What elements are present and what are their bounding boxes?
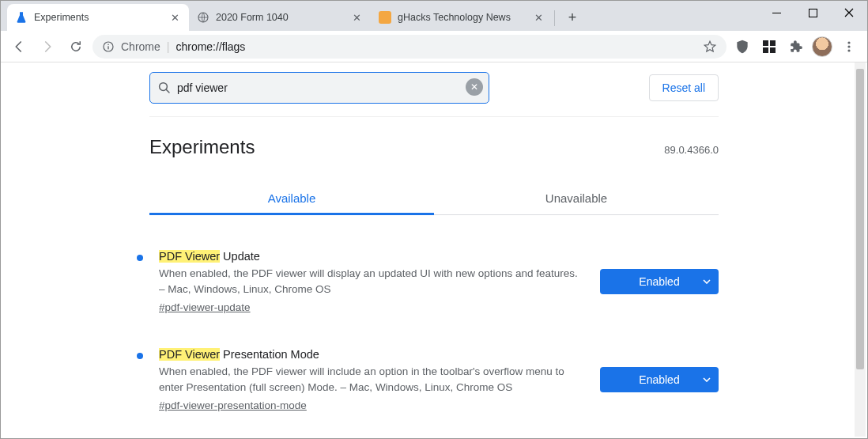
tab-strip: Experiments ✕ 2020 Form 1040 ✕ gHacks Te… xyxy=(1,1,867,31)
flag-title-highlight: PDF Viewer xyxy=(159,348,220,361)
flag-title-highlight: PDF Viewer xyxy=(159,250,220,263)
forward-button[interactable] xyxy=(36,35,59,59)
flag-item: PDF Viewer Presentation Mode When enable… xyxy=(149,348,719,411)
tab-title: gHacks Technology News xyxy=(398,12,532,23)
page-viewport: ✕ Reset all Experiments 89.0.4366.0 Avai… xyxy=(1,62,867,438)
url-separator: | xyxy=(167,40,170,53)
flag-anchor-link[interactable]: #pdf-viewer-presentation-mode xyxy=(159,399,307,411)
svg-rect-0 xyxy=(772,13,781,13)
reload-button[interactable] xyxy=(64,35,88,59)
svg-rect-3 xyxy=(379,11,391,24)
chevron-down-icon xyxy=(703,377,711,382)
close-window-button[interactable] xyxy=(831,1,867,25)
flag-description: When enabled, the PDF viewer will includ… xyxy=(159,364,584,395)
vertical-scrollbar[interactable] xyxy=(855,62,866,437)
tab-unavailable[interactable]: Unavailable xyxy=(434,180,719,215)
site-info-icon[interactable] xyxy=(102,40,115,53)
scrollbar-thumb[interactable] xyxy=(856,69,864,369)
profile-avatar[interactable] xyxy=(812,36,832,57)
ghacks-icon xyxy=(379,11,391,24)
chrome-version: 89.0.4366.0 xyxy=(664,144,719,156)
flag-item: PDF Viewer Update When enabled, the PDF … xyxy=(149,250,719,313)
bookmark-star-icon[interactable] xyxy=(703,40,717,54)
tab-title: Experiments xyxy=(34,12,168,23)
tab-title: 2020 Form 1040 xyxy=(216,12,350,23)
url-scheme: Chrome xyxy=(121,40,160,53)
flag-anchor-link[interactable]: #pdf-viewer-update xyxy=(159,301,251,313)
close-tab-icon[interactable]: ✕ xyxy=(168,11,181,24)
extensions-menu-icon[interactable] xyxy=(785,36,807,58)
extension-icon[interactable] xyxy=(758,36,780,58)
new-tab-button[interactable]: + xyxy=(561,6,583,28)
tab-available[interactable]: Available xyxy=(149,180,434,215)
maximize-button[interactable] xyxy=(794,1,831,25)
flag-state-label: Enabled xyxy=(639,275,679,288)
address-bar[interactable]: Chrome | chrome://flags xyxy=(92,35,726,59)
search-icon xyxy=(157,81,172,95)
svg-rect-6 xyxy=(108,46,108,49)
close-tab-icon[interactable]: ✕ xyxy=(532,11,545,24)
svg-point-5 xyxy=(108,44,109,45)
browser-toolbar: Chrome | chrome://flags xyxy=(1,31,867,62)
flag-state-select[interactable]: Enabled xyxy=(600,269,719,294)
svg-rect-8 xyxy=(770,40,776,46)
svg-point-12 xyxy=(847,45,850,47)
tab-ghacks[interactable]: gHacks Technology News ✕ xyxy=(371,4,553,31)
svg-rect-7 xyxy=(763,40,768,46)
minimize-button[interactable] xyxy=(758,1,794,25)
url-text: chrome://flags xyxy=(175,40,696,53)
flag-title-rest: Presentation Mode xyxy=(220,348,319,361)
flag-description: When enabled, the PDF viewer will displa… xyxy=(159,266,584,297)
svg-rect-1 xyxy=(809,9,817,17)
ublock-icon[interactable] xyxy=(731,36,753,58)
flag-title: PDF Viewer Update xyxy=(159,250,584,263)
tab-experiments[interactable]: Experiments ✕ xyxy=(7,4,189,31)
svg-point-11 xyxy=(847,41,850,44)
flag-state-select[interactable]: Enabled xyxy=(600,367,719,392)
flag-state-label: Enabled xyxy=(639,373,679,386)
modified-dot-icon xyxy=(137,353,143,359)
flag-title: PDF Viewer Presentation Mode xyxy=(159,348,584,361)
close-tab-icon[interactable]: ✕ xyxy=(350,11,363,24)
modified-dot-icon xyxy=(137,255,143,261)
clear-search-icon[interactable]: ✕ xyxy=(466,78,483,96)
page-title: Experiments xyxy=(149,136,255,158)
flask-icon xyxy=(15,11,28,24)
reset-all-button[interactable]: Reset all xyxy=(649,74,719,101)
svg-point-13 xyxy=(847,49,850,51)
svg-rect-9 xyxy=(763,47,768,53)
chevron-down-icon xyxy=(703,279,711,284)
svg-rect-10 xyxy=(770,47,776,53)
chrome-menu-button[interactable] xyxy=(837,35,861,59)
flags-search-input[interactable] xyxy=(149,72,489,104)
tab-separator xyxy=(554,10,555,26)
globe-icon xyxy=(197,11,209,24)
flag-title-rest: Update xyxy=(220,250,260,263)
back-button[interactable] xyxy=(7,35,31,59)
tab-form1040[interactable]: 2020 Form 1040 ✕ xyxy=(189,4,371,31)
